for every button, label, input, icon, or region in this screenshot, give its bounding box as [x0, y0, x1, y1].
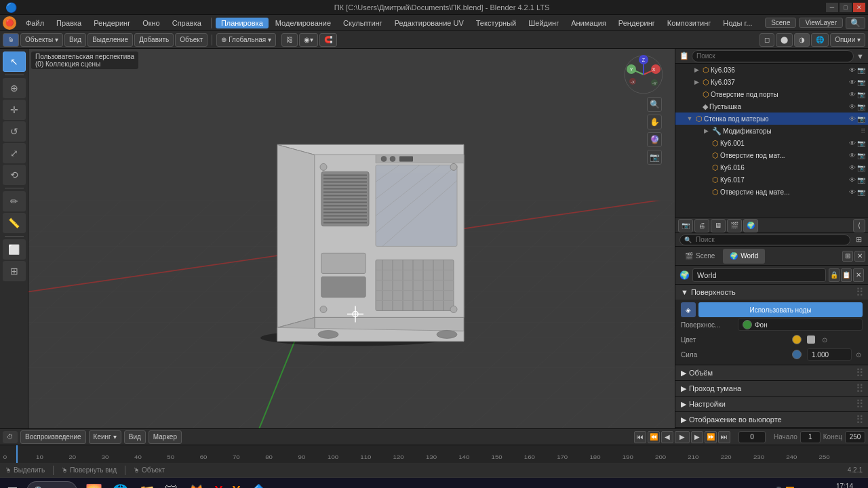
outliner-item-5[interactable]: ⬡ Ку6.001 👁📷 [675, 137, 868, 149]
prev-frame-btn[interactable]: ⏪ [648, 431, 660, 443]
minimize-button[interactable]: ─ [826, 3, 838, 12]
orbit-btn[interactable]: 🔮 [647, 132, 662, 147]
viewport-shading-3[interactable]: ◑ [794, 33, 810, 47]
camera-icon[interactable]: 📷 [857, 103, 865, 110]
fog-section-header[interactable]: ▶ Проход тумана ⠿ [675, 381, 868, 396]
use-nodes-button[interactable]: Использовать ноды [698, 302, 863, 317]
prop-tab-output[interactable]: 🖨 [694, 219, 709, 232]
outliner-item-6[interactable]: ⬡ Отверстие под мат... 👁📷 [675, 149, 868, 161]
eye-icon[interactable]: 👁 [849, 176, 856, 184]
close-button[interactable]: ✕ [853, 3, 865, 12]
view-layer-selector[interactable]: ViewLayer [799, 18, 843, 28]
prev-keyframe-btn[interactable]: ◀ [661, 431, 673, 443]
strength-lock[interactable]: ⊙ [854, 350, 863, 359]
taskbar-app-3[interactable]: 📁 [134, 479, 159, 489]
eye-icon[interactable]: 👁 [849, 140, 856, 147]
viewport-display-section-header[interactable]: ▶ Отображение во вьюпорте ⠿ [675, 412, 868, 427]
taskbar-search[interactable]: 🔍 Поиск [26, 481, 77, 489]
viewport-shading-4[interactable]: 🌐 [811, 33, 829, 47]
timeline-type-btn[interactable]: ⏱ [3, 431, 18, 443]
timeline-ruler[interactable]: 0 10 20 30 40 50 60 70 80 90 100 110 120… [0, 445, 868, 463]
taskbar-app-1[interactable]: 🌅 [81, 479, 106, 489]
volume-section-header[interactable]: ▶ Объём ⠿ [675, 365, 868, 380]
object-menu[interactable]: Объект [175, 33, 208, 47]
outliner-item-8[interactable]: ⬡ Ку6.017 👁📷 [675, 174, 868, 186]
global-transform[interactable]: ⊕ Глобальная ▾ [216, 33, 276, 47]
taskbar-app-2[interactable]: 🌐 [108, 479, 133, 489]
world-delete-btn[interactable]: ✕ [853, 268, 864, 282]
menu-item-window[interactable]: Окно [137, 18, 165, 28]
props-search-expand[interactable]: ⊞ [853, 235, 864, 245]
workspace-animation[interactable]: Анимация [566, 18, 612, 28]
grab-btn[interactable]: ✋ [647, 115, 662, 129]
viewport-shading-1[interactable]: ◻ [760, 33, 774, 47]
proportional-edit[interactable]: ◉▾ [299, 33, 318, 47]
camera-icon[interactable]: 📷 [857, 164, 865, 171]
menu-item-edit[interactable]: Правка [51, 18, 87, 28]
surface-dot[interactable] [743, 320, 752, 329]
world-name-input[interactable] [692, 268, 826, 282]
keying-menu[interactable]: Кеинг ▾ [89, 430, 121, 444]
props-search-input[interactable] [692, 235, 846, 245]
world-copy-btn[interactable]: 📋 [841, 268, 852, 282]
next-keyframe-btn[interactable]: ▶ [691, 431, 703, 443]
outliner-item-2[interactable]: ⬡ Отверстие под порты 👁📷 [675, 88, 868, 100]
camera-icon[interactable]: 📷 [857, 140, 865, 147]
strength-value[interactable]: 1.000 [807, 348, 852, 361]
prop-tab-view[interactable]: 🖥 [711, 219, 726, 232]
outliner-item-modifiers[interactable]: ▶ 🔧 Модификаторы ⠿ [675, 125, 868, 137]
camera-icon[interactable]: 📷 [857, 152, 865, 159]
workspace-compositing[interactable]: Композитинг [662, 18, 717, 28]
play-btn[interactable]: ▶ [675, 431, 690, 443]
eye-icon[interactable]: 👁 [849, 115, 856, 123]
annotate-tool[interactable]: ✏ [3, 191, 26, 211]
camera-icon[interactable]: 📷 [857, 79, 865, 86]
strength-dot[interactable] [792, 350, 802, 359]
camera-icon[interactable]: 📷 [857, 188, 865, 196]
options-menu[interactable]: Опции ▾ [830, 33, 865, 47]
color-dot[interactable] [792, 335, 802, 344]
workspace-shading[interactable]: Шейдинг [523, 18, 564, 28]
menu-item-help[interactable]: Справка [167, 18, 207, 28]
camera-icon[interactable]: 📷 [857, 176, 865, 184]
cursor-tool[interactable]: ⊕ [3, 78, 26, 98]
menu-item-render[interactable]: Рендеринг [88, 18, 136, 28]
workspace-rendering[interactable]: Рендеринг [613, 18, 660, 28]
eye-icon[interactable]: 👁 [849, 103, 856, 110]
move-tool[interactable]: ✛ [3, 100, 26, 120]
workspace-sculpting[interactable]: Скульптинг [338, 18, 388, 28]
measure-tool[interactable]: 📏 [3, 213, 26, 233]
surface-value[interactable]: Фон [738, 319, 863, 331]
prop-tab-scene[interactable]: 🎬 [727, 219, 742, 232]
view-menu[interactable]: Вид [64, 33, 86, 47]
eye-icon[interactable]: 👁 [849, 79, 856, 86]
custom-props-section-header[interactable]: ▶ Настраиваемые свойства ⠿ [675, 428, 868, 428]
prop-tab-render[interactable]: 📷 [678, 219, 693, 232]
surface-section-header[interactable]: ▼ Поверхность ⠿ [675, 285, 868, 300]
search-toggle[interactable]: 🔍 [846, 17, 865, 29]
camera-icon[interactable]: 📷 [857, 66, 865, 74]
workspace-uv[interactable]: Редактирование UV [389, 18, 469, 28]
outliner-item-9[interactable]: ⬡ Отверстие над мате... 👁📷 [675, 186, 868, 198]
color-swatch[interactable] [807, 336, 815, 344]
end-frame[interactable]: 250 [845, 431, 865, 443]
next-frame-btn[interactable]: ⏩ [705, 431, 717, 443]
current-frame-display[interactable]: 0 [738, 431, 766, 443]
taskbar-app-6[interactable]: Y [210, 479, 226, 489]
world-close-btn[interactable]: ✕ [854, 251, 865, 262]
eye-icon[interactable]: 👁 [849, 152, 856, 159]
outliner-item-3[interactable]: ◆ Пустышка 👁📷 [675, 100, 868, 113]
extrude-tool[interactable]: ⊞ [3, 261, 26, 281]
taskbar-blender[interactable]: 🔷 [246, 479, 271, 489]
outliner-item-0[interactable]: ▶ ⬡ Ку6.036 👁📷 [675, 64, 868, 76]
eye-icon[interactable]: 👁 [849, 91, 856, 98]
mode-select[interactable]: 🖱 [3, 33, 19, 47]
zoom-in-btn[interactable]: 🔍 [647, 97, 662, 112]
transform-chain[interactable]: ⛓ [281, 33, 298, 47]
snap[interactable]: 🧲 [319, 33, 337, 47]
navigation-gizmo[interactable]: X Y Z -X -Y [623, 54, 664, 95]
outliner-item-4[interactable]: ▼ ⬡ Стенка под матерью 👁📷 [675, 113, 868, 125]
workspace-modeling[interactable]: Моделирование [270, 18, 336, 28]
outliner-item-1[interactable]: ▶ ⬡ Ку6.037 👁📷 [675, 76, 868, 88]
outliner-search-input[interactable] [692, 50, 854, 62]
